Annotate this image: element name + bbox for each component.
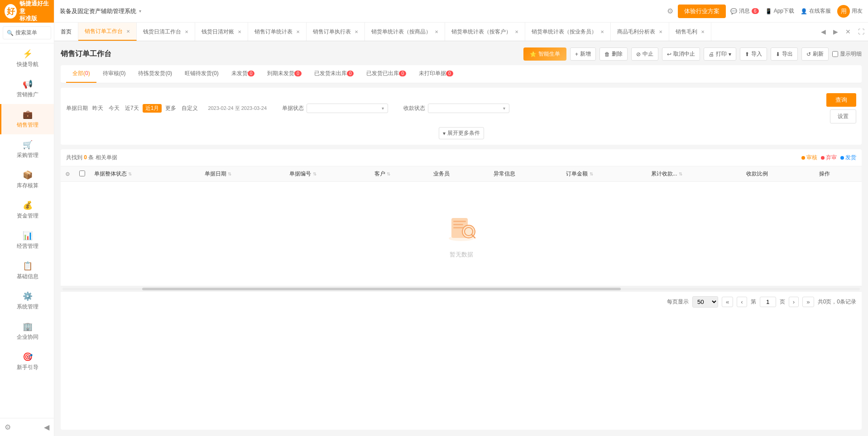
filter-tab-wangpu[interactable]: 旺铺待发货(0) — [178, 65, 225, 83]
add-button[interactable]: + 新增 — [570, 47, 596, 61]
page-size-select[interactable]: 50 10 20 100 — [692, 296, 718, 308]
sidebar-item-purchase[interactable]: 🛒 采购管理 — [0, 134, 54, 165]
stop-button[interactable]: ⊘ 中止 — [631, 47, 658, 61]
status-select[interactable]: ▾ — [307, 104, 388, 113]
date-opt-custom[interactable]: 自定义 — [180, 104, 200, 113]
sidebar-item-enterprise[interactable]: 🏢 企业协同 — [0, 316, 54, 346]
tab-cargo-stats-staff[interactable]: 销货单统计表（按业务员） ✕ — [525, 23, 611, 41]
app-download-item[interactable]: 📱 App下载 — [765, 7, 794, 15]
sidebar-item-quicknav[interactable]: ⚡ 快捷导航 — [0, 43, 54, 74]
tab-close-cash-reconcile[interactable]: ✕ — [238, 29, 241, 34]
user-item[interactable]: 用 用友 — [837, 5, 863, 18]
date-opt-today[interactable]: 今天 — [107, 104, 121, 113]
settings-bottom-icon[interactable]: ⚙ — [5, 423, 11, 431]
topbar-settings-icon[interactable]: ⚙ — [667, 7, 673, 15]
sidebar-search-area[interactable]: 🔍 搜索菜单 — [0, 23, 54, 43]
last-page-button[interactable]: » — [802, 297, 814, 307]
tab-close-cash-daily[interactable]: ✕ — [185, 29, 188, 34]
amount-sort-icon[interactable]: ⇅ — [590, 171, 593, 176]
message-badge: 6 — [752, 8, 759, 14]
tab-scroll-left[interactable]: ◀ — [817, 23, 830, 41]
status-sort-icon[interactable]: ⇅ — [128, 171, 132, 176]
tab-close-sales-profit[interactable]: ✕ — [701, 29, 705, 34]
show-detail-checkbox[interactable] — [832, 51, 838, 57]
filter-tab-not-printed[interactable]: 未打印单据0 — [412, 65, 460, 83]
customer-sort-icon[interactable]: ⇅ — [387, 171, 390, 176]
sidebar-item-operations[interactable]: 📊 经营管理 — [0, 225, 54, 256]
tab-sales-profit[interactable]: 销售毛利 ✕ — [669, 23, 711, 41]
tab-sales-workbench[interactable]: 销售订单工作台 ✕ — [78, 23, 137, 41]
filter-tab-not-shipped[interactable]: 未发货0 — [225, 65, 261, 83]
tab-home[interactable]: 首页 — [54, 23, 78, 41]
sidebar-item-finance[interactable]: 💰 资金管理 — [0, 195, 54, 225]
tab-close-sales-workbench[interactable]: ✕ — [126, 29, 130, 34]
audit-action[interactable]: 审核 — [801, 154, 817, 161]
tab-close-cargo-stats-customer[interactable]: ✕ — [515, 29, 518, 34]
filter-tab-pending[interactable]: 待审核(0) — [96, 65, 132, 83]
filter-status-item: 单据状态 ▾ — [282, 104, 388, 113]
select-all-checkbox[interactable] — [79, 171, 85, 176]
date-opt-7days[interactable]: 近7天 — [123, 104, 141, 113]
sidebar-item-sales[interactable]: 💼 销售管理 — [0, 104, 54, 134]
number-sort-icon[interactable]: ⇅ — [313, 171, 317, 176]
filter-tab-shipped-warehoused[interactable]: 已发货已出库0 — [360, 65, 412, 83]
page-number-input[interactable] — [760, 297, 776, 307]
query-button[interactable]: 查询 — [826, 93, 856, 107]
tab-close-cargo-stats-staff[interactable]: ✕ — [600, 29, 604, 34]
collapse-sidebar-icon[interactable]: ◀ — [44, 423, 49, 431]
online-service-item[interactable]: 👤 在线客服 — [801, 7, 831, 15]
date-sort-icon[interactable]: ⇅ — [228, 171, 231, 176]
refresh-button[interactable]: ↺ 刷新 — [801, 47, 829, 61]
tab-sales-stats[interactable]: 销售订单统计表 ✕ — [248, 23, 307, 41]
smart-generate-button[interactable]: ⭐ 智能生单 — [523, 47, 566, 61]
next-page-button[interactable]: › — [789, 297, 799, 307]
tab-cash-reconcile[interactable]: 钱货日清对账 ✕ — [195, 23, 248, 41]
search-menu-button[interactable]: 🔍 搜索菜单 — [3, 26, 51, 39]
table-toolbar: 共找到 0 条 相关单据 审核 弃审 发货 — [61, 149, 862, 166]
ship-action[interactable]: 发货 — [840, 154, 856, 161]
tab-close-all[interactable]: ✕ — [842, 23, 854, 41]
tab-margin-analysis[interactable]: 商品毛利分析表 ✕ — [611, 23, 669, 41]
first-page-button[interactable]: « — [722, 297, 733, 307]
status-select-arrow-icon: ▾ — [382, 106, 384, 111]
tab-close-sales-stats[interactable]: ✕ — [296, 29, 300, 34]
sidebar-item-marketing[interactable]: 📢 营销推广 — [0, 74, 54, 104]
import-button[interactable]: ⬆ 导入 — [740, 47, 767, 61]
sidebar-item-system[interactable]: ⚙️ 系统管理 — [0, 286, 54, 316]
message-item[interactable]: 💬 消息 6 — [730, 7, 759, 15]
tab-close-cargo-stats-product[interactable]: ✕ — [435, 29, 438, 34]
sidebar-item-inventory[interactable]: 📦 库存核算 — [0, 165, 54, 195]
filter-tab-shipped-not-warehoused[interactable]: 已发货未出库0 — [308, 65, 360, 83]
tab-cargo-stats-customer[interactable]: 销货单统计表（按客户） ✕ — [445, 23, 525, 41]
filter-tab-all[interactable]: 全部(0) — [66, 65, 96, 83]
delete-button[interactable]: 🗑 删除 — [599, 47, 628, 61]
tab-fullscreen[interactable]: ⛶ — [854, 23, 868, 41]
print-icon: 🖨 — [709, 51, 714, 57]
tab-cash-daily[interactable]: 钱货日清工作台 ✕ — [137, 23, 195, 41]
tab-cargo-stats-product[interactable]: 销货单统计表（按商品） ✕ — [365, 23, 445, 41]
date-opt-1month[interactable]: 近1月 — [143, 104, 162, 113]
refresh-icon: ↺ — [806, 51, 811, 57]
filter-tab-pending-inspect[interactable]: 待拣货发货(0) — [132, 65, 178, 83]
cancel-stop-button[interactable]: ↩ 取消中止 — [662, 47, 700, 61]
set-button[interactable]: 设置 — [830, 109, 856, 123]
date-opt-more[interactable]: 更多 — [163, 104, 178, 113]
sidebar-item-guide[interactable]: 🎯 新手引导 — [0, 346, 54, 377]
print-button[interactable]: 🖨 打印 ▾ — [704, 47, 736, 61]
filter-tab-expired-not-shipped[interactable]: 到期未发货0 — [261, 65, 308, 83]
horizontal-scrollbar[interactable] — [61, 286, 862, 291]
tab-scroll-right[interactable]: ▶ — [830, 23, 842, 41]
tab-close-sales-exec[interactable]: ✕ — [355, 29, 358, 34]
show-detail-label: 显示明细 — [832, 50, 862, 58]
export-button[interactable]: ⬇ 导出 — [771, 47, 798, 61]
cancel-audit-action[interactable]: 弃审 — [821, 154, 837, 161]
solution-button[interactable]: 体验行业方案 — [678, 5, 726, 18]
date-opt-yesterday[interactable]: 昨天 — [91, 104, 105, 113]
tab-sales-exec[interactable]: 销售订单执行表 ✕ — [307, 23, 365, 41]
received-sort-icon[interactable]: ⇅ — [679, 171, 682, 176]
tab-close-margin-analysis[interactable]: ✕ — [659, 29, 662, 34]
expand-button[interactable]: ▾ 展开更多条件 — [439, 127, 484, 139]
payment-select[interactable]: ▾ — [428, 104, 509, 113]
sidebar-item-basic[interactable]: 📋 基础信息 — [0, 256, 54, 286]
prev-page-button[interactable]: ‹ — [737, 297, 747, 307]
